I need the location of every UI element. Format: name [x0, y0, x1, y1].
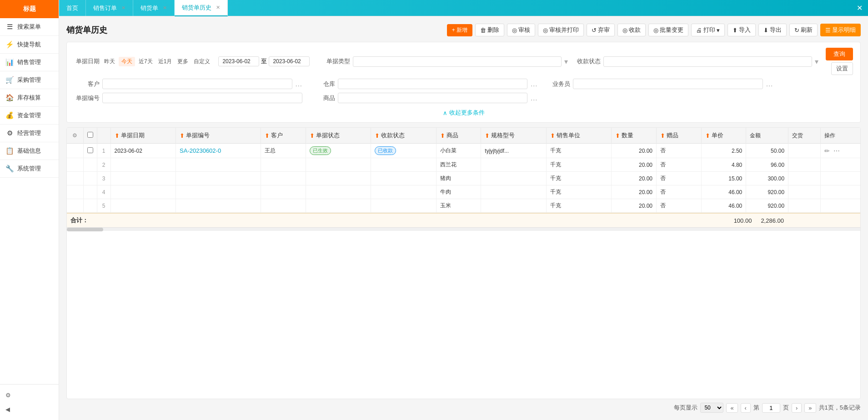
col-settings[interactable]: ⚙: [67, 128, 83, 144]
goods-input[interactable]: [338, 93, 528, 103]
tab-home[interactable]: 首页: [59, 0, 86, 16]
sidebar-item-fund-mgmt[interactable]: 💰 资金管理: [0, 107, 59, 125]
collapse-btn[interactable]: ∧ 收起更多条件: [74, 107, 853, 117]
row-checkbox-col[interactable]: [83, 158, 97, 172]
row-customer: 王总: [261, 144, 306, 158]
col-pay-status[interactable]: ⬆ 收款状态: [371, 128, 437, 144]
row-checkbox-col[interactable]: [83, 144, 97, 158]
next-page-btn[interactable]: ›: [792, 403, 802, 413]
date-btn-more[interactable]: 更多: [176, 57, 190, 66]
sidebar-item-inventory[interactable]: 🏠 库存核算: [0, 89, 59, 107]
scroll-thumb[interactable]: [67, 228, 103, 231]
query-button[interactable]: 查询: [826, 48, 853, 60]
date-btn-yesterday[interactable]: 昨天: [102, 57, 117, 66]
tab-sales-delivery-close[interactable]: ✕: [163, 5, 167, 11]
tabs-close-all[interactable]: ✕: [851, 4, 868, 12]
salesperson-input[interactable]: [573, 79, 763, 89]
search-menu-icon: ☰: [5, 23, 14, 31]
col-doc-date-sort-icon: ⬆: [115, 132, 120, 139]
customer-input[interactable]: [102, 79, 292, 89]
date-shortcuts: 昨天 今天 近7天 近1月 更多 自定义: [102, 57, 212, 66]
select-all-checkbox[interactable]: [87, 132, 93, 138]
sidebar-bottom-collapse[interactable]: ◀: [0, 402, 59, 416]
tab-sales-history-close[interactable]: ✕: [216, 5, 220, 10]
col-doc-status[interactable]: ⬆ 单据状态: [306, 128, 371, 144]
sidebar-item-basic-info[interactable]: 📋 基础信息: [0, 142, 59, 160]
goods-dots[interactable]: …: [530, 94, 537, 102]
sidebar-item-purchase-mgmt[interactable]: 🛒 采购管理: [0, 71, 59, 89]
date-btn-today[interactable]: 今天: [119, 57, 135, 66]
audit-print-button[interactable]: ◎ 审核并打印: [538, 24, 584, 36]
date-btn-1month[interactable]: 近1月: [156, 57, 174, 66]
last-page-btn[interactable]: »: [804, 403, 816, 413]
sidebar-item-quick-nav[interactable]: ⚡ 快捷导航: [0, 36, 59, 54]
discard-button[interactable]: ↺ 弃审: [587, 24, 615, 36]
customer-dots[interactable]: …: [295, 80, 302, 88]
sidebar-item-sys-mgmt[interactable]: 🔧 系统管理: [0, 160, 59, 178]
col-gift[interactable]: ⬆ 赠品: [657, 128, 702, 144]
col-goods[interactable]: ⬆ 商品: [436, 128, 481, 144]
row-actions: [821, 185, 860, 199]
doc-no-input[interactable]: [102, 93, 302, 103]
doc-no-link[interactable]: SA-20230602-0: [180, 147, 221, 154]
page-content: 销货单历史 + 新增 🗑 删除 ◎ 审核 ◎ 审核并打印 ↺ 弃审: [59, 16, 868, 420]
date-btn-custom[interactable]: 自定义: [192, 57, 212, 66]
scroll-area[interactable]: [67, 227, 860, 231]
col-doc-no[interactable]: ⬆ 单据编号: [176, 128, 261, 144]
sidebar-item-ops-mgmt[interactable]: ⚙ 经营管理: [0, 125, 59, 142]
row-checkbox-col[interactable]: [83, 185, 97, 199]
col-unit[interactable]: ⬆ 销售单位: [546, 128, 612, 144]
doc-type-dropdown[interactable]: ▾: [564, 57, 568, 66]
pay-status-input[interactable]: [603, 56, 812, 67]
row-trade: [788, 144, 821, 158]
row-checkbox-col[interactable]: [83, 199, 97, 213]
col-trade: 交货: [788, 128, 821, 144]
date-end-input[interactable]: [269, 56, 310, 66]
col-price[interactable]: ⬆ 单价: [701, 128, 746, 144]
detail-icon: ☰: [825, 27, 831, 34]
delete-button[interactable]: 🗑 删除: [475, 24, 504, 36]
doc-type-input[interactable]: [353, 56, 562, 67]
new-button[interactable]: + 新增: [447, 24, 472, 36]
per-page-select[interactable]: 50 100 200: [700, 403, 723, 413]
sidebar-item-search-menu[interactable]: ☰ 搜索菜单: [0, 18, 59, 36]
warehouse-dots[interactable]: …: [530, 80, 537, 88]
tab-sales-history[interactable]: 销货单历史 ✕: [175, 0, 228, 16]
col-doc-date[interactable]: ⬆ 单据日期: [110, 128, 176, 144]
print-button[interactable]: 🖨 打印 ▾: [691, 24, 725, 36]
tab-sales-order[interactable]: 销售订单 ✕: [86, 0, 133, 16]
import-button[interactable]: ⬆ 导入: [728, 24, 756, 36]
sidebar-item-label: 系统管理: [17, 165, 41, 173]
tab-sales-delivery[interactable]: 销货单 ✕: [133, 0, 175, 16]
edit-icon[interactable]: ✏: [824, 147, 830, 155]
col-spec[interactable]: ⬆ 规格型号: [481, 128, 547, 144]
collect-button[interactable]: ◎ 收款: [617, 24, 646, 36]
date-btn-7days[interactable]: 近7天: [137, 57, 155, 66]
more-icon[interactable]: ⋯: [833, 147, 840, 155]
export-button[interactable]: ⬇ 导出: [758, 24, 787, 36]
sidebar-bottom-settings[interactable]: ⚙: [0, 388, 59, 402]
row-unit: 千克: [546, 158, 612, 172]
col-qty[interactable]: ⬆ 数量: [612, 128, 657, 144]
page-number-input[interactable]: [762, 403, 780, 413]
settings-button[interactable]: 设置: [831, 62, 853, 75]
pay-status-dropdown[interactable]: ▾: [815, 57, 818, 66]
show-detail-button[interactable]: ☰ 显示明细: [820, 24, 861, 36]
row-checkbox[interactable]: [87, 147, 93, 153]
row-checkbox-col[interactable]: [83, 172, 97, 185]
audit-button[interactable]: ◎ 审核: [507, 24, 535, 36]
row-price: 15.00: [701, 172, 746, 185]
salesperson-dots[interactable]: …: [766, 80, 773, 88]
sidebar-item-sales-mgmt[interactable]: 📊 销售管理: [0, 54, 59, 71]
prev-page-btn[interactable]: ‹: [741, 403, 751, 413]
refresh-button[interactable]: ↻ 刷新: [789, 24, 818, 36]
col-customer[interactable]: ⬆ 客户: [261, 128, 306, 144]
first-page-btn[interactable]: «: [726, 403, 738, 413]
sales-mgmt-icon: 📊: [5, 58, 14, 66]
batch-change-button[interactable]: ◎ 批量变更: [648, 24, 688, 36]
warehouse-input[interactable]: [338, 79, 528, 89]
col-goods-sort-icon: ⬆: [440, 132, 445, 139]
tab-sales-order-close[interactable]: ✕: [121, 5, 125, 11]
date-start-input[interactable]: [218, 56, 259, 66]
row-num: 4: [97, 185, 110, 199]
